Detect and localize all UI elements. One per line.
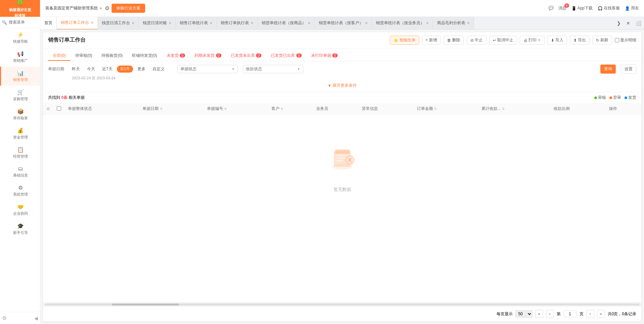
- sidebar-item-sales[interactable]: 📊 销售管理: [0, 67, 40, 86]
- sidebar-search[interactable]: 🔍 搜索菜单: [0, 17, 40, 28]
- online-service-btn[interactable]: 🎧 在线客服: [598, 5, 620, 11]
- tab-sales-exec[interactable]: 销售订单执行表 ✕: [217, 17, 258, 30]
- tab-cash-daily[interactable]: 钱货日清工作台 ✕: [98, 17, 139, 30]
- sidebar-item-promo[interactable]: 📢 营销推广: [0, 47, 40, 67]
- message-badge[interactable]: 💬 6 消息: [549, 5, 566, 11]
- tab-close-all-btn[interactable]: ✕: [624, 21, 633, 26]
- print-btn[interactable]: 🖨 打印 ▼: [520, 36, 545, 45]
- sidebar-item-purchase[interactable]: 🛒 采购管理: [0, 86, 40, 105]
- subtab-unprinted[interactable]: 未打印单据 0: [306, 51, 342, 61]
- show-detail-label[interactable]: 显示明细: [615, 37, 636, 43]
- sidebar-item-operations[interactable]: 📋 经营管理: [0, 143, 40, 162]
- sidebar-item-enterprise[interactable]: 🤝 企业协同: [0, 200, 40, 219]
- subtab-unshipped[interactable]: 未发货 0: [162, 51, 190, 61]
- tab-cash-reconcile[interactable]: 钱货日清对账 ✕: [139, 17, 176, 30]
- date-btn-yesterday[interactable]: 昨天: [69, 66, 83, 73]
- sales-label: 销售管理: [13, 77, 28, 82]
- tab-close-icon[interactable]: ✕: [210, 21, 212, 25]
- th-amount[interactable]: 订单金额 ⇅: [414, 103, 478, 115]
- tab-close-icon[interactable]: ✕: [426, 21, 429, 25]
- tab-margin[interactable]: 商品毛利分析表 ✕: [433, 17, 474, 30]
- sidebar-item-guide[interactable]: 🎓 新手引导: [0, 219, 40, 239]
- date-btn-1month[interactable]: 近1月: [117, 66, 133, 73]
- tab-close-icon[interactable]: ✕: [251, 21, 253, 25]
- add-btn[interactable]: + 新增: [422, 36, 441, 45]
- th-settings[interactable]: ⚙: [43, 103, 53, 115]
- subtab-wangpu[interactable]: 旺铺待发货(0): [127, 51, 162, 61]
- audit-action-btn[interactable]: 审核: [594, 95, 606, 100]
- tab-home[interactable]: 首页: [40, 17, 57, 30]
- tab-close-icon[interactable]: ✕: [308, 21, 310, 25]
- tab-scroll-right-btn[interactable]: ❯: [614, 21, 624, 26]
- collapse-icon[interactable]: ◀: [34, 316, 38, 321]
- date-btn-custom[interactable]: 自定义: [150, 66, 167, 73]
- sidebar-item-system[interactable]: ⚙ 系统管理: [0, 181, 40, 200]
- operations-icon: 📋: [17, 147, 24, 153]
- tab-sales-order[interactable]: 销售订单工作台 ✕: [57, 17, 98, 30]
- status-filter[interactable]: 单据状态 ▼: [177, 65, 238, 73]
- refresh-btn[interactable]: ↻ 刷新: [592, 36, 612, 45]
- subtab-pending-inspect[interactable]: 待拣验货(0): [97, 51, 127, 61]
- subtab-all[interactable]: 全部(0): [48, 51, 71, 61]
- tab-close-icon[interactable]: ✕: [132, 21, 134, 25]
- subtab-pending-review[interactable]: 待审核(0): [71, 51, 97, 61]
- sidebar-item-quicknav[interactable]: ⚡ 快捷导航: [0, 28, 40, 47]
- select-all-checkbox[interactable]: [57, 106, 61, 111]
- scrollbar-track[interactable]: [45, 303, 640, 306]
- tab-cargo-staff[interactable]: 销货单统计表（按业务员） ✕: [372, 17, 433, 30]
- next-page-btn[interactable]: ›: [586, 310, 594, 318]
- expand-filter-btn[interactable]: ▼ 展开更多条件: [328, 83, 357, 88]
- topbar-gear-icon[interactable]: ⚙: [105, 5, 110, 11]
- setting-btn[interactable]: 设置: [621, 65, 636, 74]
- cancel-stop-btn[interactable]: ↩ 取消中止: [489, 36, 517, 45]
- stop-btn[interactable]: ⊘ 中止: [467, 36, 486, 45]
- subtab-shipped-out[interactable]: 已发货已出库 0: [266, 51, 306, 61]
- sidebar-item-inventory[interactable]: 📦 库存核算: [0, 105, 40, 124]
- sidebar-item-basic[interactable]: 🗂 基础信息: [0, 162, 40, 181]
- tab-close-icon[interactable]: ✕: [467, 21, 470, 25]
- basic-label: 基础信息: [13, 173, 28, 178]
- tab-close-icon[interactable]: ✕: [169, 21, 171, 25]
- tab-cargo-customer[interactable]: 销货单统计表（按客户） ✕: [315, 17, 372, 30]
- last-page-btn[interactable]: »: [597, 310, 605, 318]
- trial-btn[interactable]: 体验行业方案: [112, 4, 145, 13]
- date-btn-today[interactable]: 今天: [84, 66, 98, 73]
- horizontal-scrollbar[interactable]: [43, 302, 641, 306]
- tab-sales-stat[interactable]: 销售订单统计表 ✕: [176, 17, 217, 30]
- purchase-icon: 🛒: [17, 89, 24, 95]
- th-number[interactable]: 单据编号 ⇅: [204, 103, 268, 115]
- page-size-select[interactable]: 10 20 50 100: [515, 310, 532, 318]
- show-detail-checkbox[interactable]: [615, 38, 619, 42]
- th-date[interactable]: 单据日期 ⇅: [139, 103, 204, 115]
- settings-icon[interactable]: ⚙: [2, 315, 7, 321]
- th-received[interactable]: 累计收款... ⇅: [478, 103, 551, 115]
- tab-cargo-product[interactable]: 销货单统计表（按商品） ✕: [258, 17, 315, 30]
- tab-close-icon[interactable]: ✕: [365, 21, 368, 25]
- page-number-input[interactable]: [563, 311, 577, 317]
- prev-page-btn[interactable]: ‹: [546, 310, 554, 318]
- query-btn[interactable]: 查询: [600, 65, 616, 74]
- subtab-overdue[interactable]: 到期未发货 0: [190, 51, 226, 61]
- payment-filter[interactable]: 收款状态 ▼: [243, 65, 303, 73]
- sidebar-item-finance[interactable]: 💰 资金管理: [0, 124, 40, 143]
- subtab-shipped-not-in[interactable]: 已发货未出库 0: [226, 51, 266, 61]
- tab-maximize-btn[interactable]: ⬜: [633, 21, 644, 26]
- export-btn[interactable]: ⬆ 导出: [570, 36, 590, 45]
- ship-action-btn[interactable]: 发货: [625, 95, 636, 100]
- th-checkbox[interactable]: [53, 103, 65, 115]
- user-btn[interactable]: 👤 用友: [625, 5, 639, 11]
- date-btn-7days[interactable]: 近7天: [99, 66, 115, 73]
- date-btn-more[interactable]: 更多: [135, 66, 148, 73]
- th-customer[interactable]: 客户 ⇅: [268, 103, 313, 115]
- scrollbar-thumb[interactable]: [112, 303, 179, 306]
- delete-btn[interactable]: 🗑 删除: [443, 36, 464, 45]
- smart-create-btn[interactable]: ⭐ 智能生单: [390, 36, 419, 45]
- import-btn[interactable]: ⬇ 导入: [547, 36, 567, 45]
- tab-close-icon[interactable]: ✕: [91, 21, 93, 25]
- cancel-action-btn[interactable]: 弃审: [609, 95, 621, 100]
- system-title-dropdown[interactable]: 装备及固定资产辅助管理系统 ▼: [45, 5, 103, 11]
- app-download-btn[interactable]: 📱 App下载: [571, 5, 593, 11]
- first-page-btn[interactable]: «: [535, 310, 543, 318]
- sales-icon: 📊: [17, 70, 24, 76]
- finance-icon: 💰: [17, 127, 24, 134]
